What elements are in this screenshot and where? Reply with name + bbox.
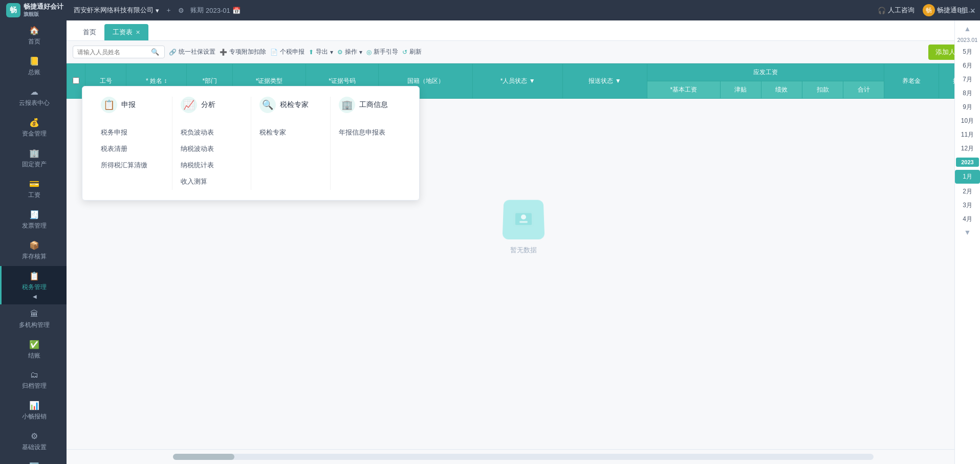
- mini-icon: 📊: [29, 401, 39, 410]
- svg-rect-3: [519, 221, 527, 223]
- menu-item-tax-burden[interactable]: 税负波动表: [181, 124, 243, 141]
- tax-report-action[interactable]: 📄 个税申报: [270, 48, 304, 56]
- sidebar-label-settle: 结账: [28, 351, 40, 360]
- sidebar-item-archive[interactable]: 🗂 归档管理: [0, 365, 67, 395]
- menu-item-expert[interactable]: 税检专家: [259, 124, 322, 141]
- sidebar-item-tax[interactable]: 📋 税务管理 ◀: [0, 266, 67, 304]
- refresh-action[interactable]: ↺ 刷新: [402, 48, 422, 56]
- tab-home[interactable]: 首页: [75, 24, 104, 40]
- app-edition: 旗舰版: [24, 11, 63, 18]
- sidebar-item-stock[interactable]: 📦 库存核算: [0, 235, 67, 266]
- empty-icon: [502, 200, 545, 239]
- sidebar-item-guide[interactable]: 🆕 新手引导: [0, 457, 67, 464]
- sidebar-label-mini: 小畅报销: [22, 412, 47, 421]
- headphone-icon: 🎧: [878, 7, 886, 14]
- support-button[interactable]: 🎧 人工咨询: [878, 6, 914, 15]
- sidebar-label-assets: 固定资产: [22, 160, 47, 169]
- calendar-icon[interactable]: 📅: [232, 7, 241, 14]
- sidebar-label-stock: 库存核算: [22, 252, 47, 261]
- home-icon: 🏠: [29, 26, 39, 35]
- dropdown-overlay: 📋 申报 税务申报 税表清册 所得税汇算清缴 📈 分析 税负波动表: [67, 86, 980, 449]
- tab-salary[interactable]: 工资表 ✕: [104, 24, 148, 40]
- guide-action[interactable]: ◎ 新手引导: [366, 48, 398, 56]
- tab-close-icon[interactable]: ✕: [136, 29, 140, 36]
- scrollbar-thumb[interactable]: [173, 454, 234, 460]
- search-icon: 🔍: [151, 48, 159, 56]
- period-info: 账期 2023-01 📅: [190, 6, 241, 15]
- export-label: 导出: [316, 48, 328, 56]
- sidebar-item-assets[interactable]: 🏢 固定资产: [0, 143, 67, 174]
- sidebar-item-invoice[interactable]: 🧾 发票管理: [0, 205, 67, 235]
- export-action[interactable]: ⬆ 导出 ▾: [309, 48, 333, 56]
- search-wrapper: 🔍: [73, 46, 165, 58]
- multi-icon: 🏛: [30, 310, 38, 319]
- section-header-analysis: 📈 分析: [181, 97, 243, 117]
- menu-item-tax-calc[interactable]: 所得税汇算清缴: [101, 157, 164, 173]
- menu-section-expert: 🔍 税检专家 税检专家: [251, 97, 330, 190]
- close-button[interactable]: ✕: [970, 7, 976, 15]
- sidebar-item-funds[interactable]: 💰 资金管理: [0, 113, 67, 143]
- settings-icon[interactable]: ⚙: [178, 7, 184, 14]
- menu-item-income-estimate[interactable]: 收入测算: [181, 173, 243, 190]
- special-icon: ➕: [220, 49, 227, 56]
- menu-item-tax-fluctuation[interactable]: 纳税波动表: [181, 141, 243, 157]
- sidebar-item-multi[interactable]: 🏛 多机构管理: [0, 304, 67, 335]
- menu-item-tax-declare[interactable]: 税务申报: [101, 124, 164, 141]
- sidebar-item-mini[interactable]: 📊 小畅报销: [0, 395, 67, 426]
- sidebar-item-ledger[interactable]: 📒 总账: [0, 51, 67, 82]
- menu-item-tax-form[interactable]: 税表清册: [101, 141, 164, 157]
- guide-icon: 🆕: [29, 462, 39, 464]
- content-area: 首页 工资表 ✕ 🔍 🔗 统一社保设置 ➕ 专项附加扣除 📄: [67, 20, 980, 464]
- social-icon: 🔗: [169, 49, 177, 56]
- section-header-business: 🏢 工商信息: [339, 97, 401, 117]
- special-label: 专项附加扣除: [229, 48, 266, 56]
- menu-item-tax-stats[interactable]: 纳税统计表: [181, 157, 243, 173]
- sidebar-label-multi: 多机构管理: [19, 321, 50, 329]
- operate-action[interactable]: ⚙ 操作 ▾: [337, 48, 362, 56]
- main-layout: 🏠 首页 📒 总账 ☁ 云报表中心 💰 资金管理 🏢 固定资产 💳 工资 🧾 发…: [0, 20, 980, 464]
- section-header-expert: 🔍 税检专家: [259, 97, 322, 117]
- sidebar-label-archive: 归档管理: [22, 382, 47, 390]
- expert-icon: 🔍: [259, 97, 276, 113]
- company-selector[interactable]: 西安虾米网络科技有限公司 ▾: [74, 6, 159, 15]
- sidebar-item-salary[interactable]: 💳 工资: [0, 174, 67, 205]
- guide-action-label: 新手引导: [374, 48, 398, 56]
- sidebar-label-cloud: 云报表中心: [19, 99, 50, 107]
- special-action[interactable]: ➕ 专项附加扣除: [220, 48, 266, 56]
- section-title-business: 工商信息: [359, 100, 388, 109]
- sidebar-item-settle[interactable]: ✅ 结账: [0, 335, 67, 365]
- export-icon: ⬆: [309, 49, 314, 56]
- social-label: 统一社保设置: [179, 48, 215, 56]
- settle-icon: ✅: [29, 340, 39, 349]
- year-nav-month-6[interactable]: 6月: [955, 59, 980, 73]
- search-input[interactable]: [77, 49, 149, 56]
- sidebar-label-ledger: 总账: [28, 68, 40, 77]
- avatar: 畅: [923, 4, 935, 16]
- archive-icon: 🗂: [30, 370, 38, 380]
- operate-icon: ⚙: [337, 49, 343, 56]
- tax-report-icon: 📄: [270, 49, 278, 56]
- sidebar-item-cloud[interactable]: ☁ 云报表中心: [0, 82, 67, 113]
- select-all-checkbox[interactable]: [73, 77, 79, 84]
- year-nav-month-5[interactable]: 5月: [955, 45, 980, 59]
- restore-button[interactable]: ⊡: [960, 7, 966, 15]
- top-header: 畅 畅捷通好会计 旗舰版 西安虾米网络科技有限公司 ▾ ＋ ⚙ 账期 2023-…: [0, 0, 980, 20]
- section-title-declaration: 申报: [121, 100, 136, 109]
- window-controls: ⊡ ✕: [960, 0, 976, 20]
- assets-icon: 🏢: [29, 148, 39, 158]
- stock-icon: 📦: [29, 240, 39, 250]
- sidebar-item-home[interactable]: 🏠 首页: [0, 20, 67, 51]
- th-salary-group: 应发工资: [647, 64, 884, 81]
- section-header-declaration: 📋 申报: [101, 97, 164, 117]
- section-title-expert: 税检专家: [280, 100, 309, 109]
- year-nav-up-arrow[interactable]: ▲: [962, 23, 973, 35]
- chevron-down-icon[interactable]: ▾: [156, 7, 159, 14]
- scrollbar[interactable]: [173, 454, 874, 460]
- support-label: 人工咨询: [888, 6, 914, 15]
- add-company-icon[interactable]: ＋: [165, 6, 172, 15]
- refresh-label: 刷新: [409, 48, 422, 56]
- year-nav-month-7[interactable]: 7月: [955, 73, 980, 86]
- social-action[interactable]: 🔗 统一社保设置: [169, 48, 215, 56]
- menu-item-annual-report[interactable]: 年报信息申报表: [339, 124, 401, 141]
- sidebar-item-settings[interactable]: ⚙ 基础设置: [0, 426, 67, 457]
